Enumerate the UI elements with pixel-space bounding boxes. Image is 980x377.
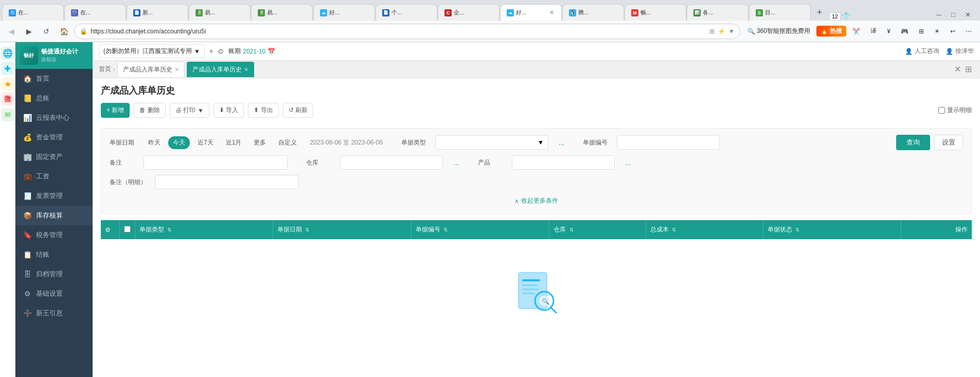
type-filter-select[interactable]: ▼	[435, 135, 548, 150]
show-cols-toggle[interactable]: 显示明细	[938, 106, 972, 115]
grid-tool[interactable]: ⊞	[915, 24, 928, 39]
product-filter-dots[interactable]: ...	[625, 158, 631, 167]
sidebar-item-funds[interactable]: 💰 资金管理	[15, 128, 93, 147]
browser-tab-6[interactable]: ☁ 好...	[313, 4, 375, 21]
browser-tab-11[interactable]: M 畅...	[625, 4, 686, 21]
warehouse-filter-dots[interactable]: ...	[453, 158, 459, 167]
browser-tab-7[interactable]: 📄 个...	[376, 4, 437, 21]
browser-tab-3[interactable]: 📄 新...	[127, 4, 188, 21]
date-custom-btn[interactable]: 自定义	[274, 136, 301, 149]
browser-tab-2[interactable]: 🛡 在...	[64, 4, 126, 21]
print-button[interactable]: 🖨 打印 ▼	[170, 103, 209, 118]
settings-topbar-icon[interactable]: ⚙	[218, 47, 224, 56]
browser-tab-5[interactable]: 📗 易...	[251, 4, 313, 21]
close-button[interactable]: ✕	[961, 8, 974, 21]
app-icon-chanjet[interactable]: ✚	[1, 62, 14, 75]
new-tab-button[interactable]: +	[811, 4, 828, 21]
refresh-button[interactable]: ↺ 刷新	[283, 103, 313, 118]
browser-tab-12[interactable]: 📊 各...	[687, 4, 749, 21]
hot-search-button[interactable]: 🔥 热搜	[816, 26, 846, 37]
sidebar-item-closing[interactable]: 📋 结账	[15, 245, 93, 264]
show-cols-checkbox-input[interactable]	[938, 107, 945, 114]
browser-tab-1[interactable]: 在 在...	[2, 4, 64, 21]
breadcrumb-home[interactable]: 首页	[99, 65, 111, 74]
sidebar-item-invoice[interactable]: 🧾 发票管理	[15, 186, 93, 206]
number-filter-input[interactable]	[617, 135, 720, 150]
settings-tool[interactable]: ⋯	[961, 24, 976, 39]
query-button[interactable]: 查询	[896, 135, 930, 150]
col-status[interactable]: 单据状态 ⇅	[763, 220, 901, 239]
undo-tool[interactable]: ↩	[946, 24, 959, 39]
col-number[interactable]: 单据编号 ⇅	[411, 220, 549, 239]
user-profile-link[interactable]: 👤 徐泽华	[946, 47, 974, 56]
forward-button[interactable]: ▶	[22, 24, 36, 39]
note-filter-input[interactable]	[144, 155, 288, 170]
sidebar-item-newbill[interactable]: ➕ 新王引息	[15, 303, 93, 323]
translate-tool[interactable]: 译	[866, 24, 881, 39]
product-filter-input[interactable]	[512, 155, 615, 170]
period-value[interactable]: 2021-10	[243, 48, 265, 55]
date-yesterday-btn[interactable]: 昨天	[144, 136, 165, 149]
panel-close-icon[interactable]: ✕	[952, 62, 963, 76]
sidebar-item-salary[interactable]: 💼 工资	[15, 167, 93, 186]
refresh-nav-button[interactable]: ↺	[39, 24, 54, 39]
app-icon-star[interactable]: ★	[1, 77, 14, 91]
user-service-link[interactable]: 👤 人工咨询	[905, 47, 939, 56]
collapse-row[interactable]: ∧ 收起更多条件	[110, 194, 963, 207]
theme-tool[interactable]: ☀	[930, 24, 944, 39]
browser-tab-8[interactable]: C 企...	[438, 4, 500, 21]
col-warehouse[interactable]: 仓库 ⇅	[549, 220, 646, 239]
add-company-button[interactable]: +	[209, 47, 213, 56]
calendar-icon[interactable]: 📅	[268, 48, 275, 55]
sidebar-item-tax[interactable]: 🔖 税务管理	[15, 225, 93, 245]
import-button[interactable]: ⬇ 导入	[213, 103, 244, 118]
date-more-btn[interactable]: 更多	[249, 136, 271, 149]
breadcrumb-tab-history[interactable]: 产成品入库单历史 ✕	[187, 62, 254, 77]
note-detail-filter-input[interactable]	[155, 175, 299, 189]
company-selector[interactable]: (勿删勿禁用）江西服宝测试专用 ▼	[99, 44, 205, 58]
sidebar-item-home[interactable]: 🏠 首页	[15, 69, 93, 88]
browser-tab-4[interactable]: 📗 易...	[189, 4, 251, 21]
minimize-button[interactable]: ─	[933, 8, 945, 21]
dropdown-arrow-icon[interactable]: ▼	[728, 28, 735, 35]
sidebar-item-archive[interactable]: 🗄 归档管理	[15, 264, 93, 284]
date-7days-btn[interactable]: 近7天	[193, 136, 218, 149]
add-button[interactable]: + 新增	[101, 103, 130, 118]
game-tool[interactable]: 🎮	[897, 24, 913, 39]
back-button[interactable]: ◀	[4, 24, 19, 39]
breadcrumb-tab-list[interactable]: 产成品入库单历史 ✕	[117, 62, 185, 77]
date-1month-btn[interactable]: 近1月	[221, 136, 246, 149]
settings-filter-button[interactable]: 设置	[934, 135, 963, 150]
panel-expand-icon[interactable]: ⊞	[963, 62, 974, 76]
home-nav-button[interactable]: 🏠	[57, 24, 71, 39]
col-gear[interactable]: ⚙	[101, 220, 119, 239]
app-icon-email[interactable]: ✉	[1, 108, 14, 121]
app-icon-browser[interactable]: 🌐	[1, 46, 14, 60]
browser-tab-10[interactable]: 🐧 腾...	[562, 4, 624, 21]
date-today-btn[interactable]: 今天	[168, 136, 190, 149]
tab-history-close-icon[interactable]: ✕	[244, 66, 248, 73]
col-checkbox[interactable]	[119, 220, 135, 239]
delete-button[interactable]: 🗑 删除	[134, 103, 165, 118]
select-all-checkbox[interactable]	[124, 226, 131, 232]
sidebar-item-inventory[interactable]: 📦 库存核算	[15, 206, 93, 225]
browser-tab-13[interactable]: S 目...	[749, 4, 811, 21]
browser-tab-9[interactable]: ☁ 好... ✕	[500, 4, 562, 21]
search-tool-button[interactable]: 🔍 360智能抠图免费用	[743, 24, 814, 39]
type-filter-dots[interactable]: ...	[559, 138, 565, 147]
scissors-tool[interactable]: ✂️	[848, 24, 864, 39]
sidebar-item-fixed[interactable]: 🏢 固定资产	[15, 147, 93, 167]
address-bar[interactable]: 🔒 https://cloud.chanjet.com/accounting/u…	[74, 24, 740, 39]
warehouse-filter-input[interactable]	[340, 155, 443, 170]
col-date[interactable]: 单据日期 ⇅	[273, 220, 412, 239]
export-button[interactable]: ⬆ 导出	[248, 103, 278, 118]
tab9-close-icon[interactable]: ✕	[548, 8, 555, 17]
tab-list-close-icon[interactable]: ✕	[174, 66, 179, 73]
sidebar-item-ledger[interactable]: 📒 总账	[15, 88, 93, 108]
maximize-button[interactable]: □	[947, 8, 959, 21]
yuan-tool[interactable]: ¥	[883, 24, 895, 39]
col-type[interactable]: 单据类型 ⇅	[135, 220, 273, 239]
sidebar-item-basic[interactable]: ⚙ 基础设置	[15, 284, 93, 303]
app-icon-weibo[interactable]: 微	[1, 93, 14, 106]
col-total-cost[interactable]: 总成本 ⇅	[646, 220, 763, 239]
